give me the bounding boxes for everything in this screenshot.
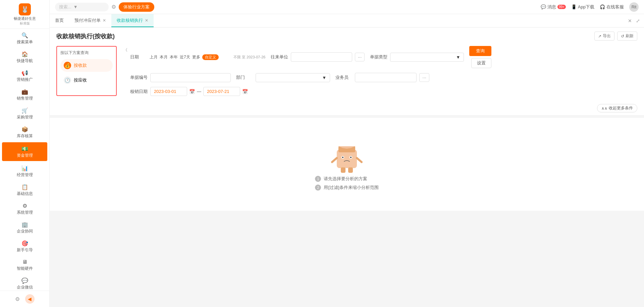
sidebar-item-system[interactable]: ⚙系统管理 (0, 199, 49, 218)
filter-option-receipt[interactable]: 💰 按收款 (60, 59, 113, 72)
query-btn[interactable]: 查询 (469, 46, 491, 56)
user-area[interactable]: Rit (629, 2, 639, 12)
sidebar-item-basic[interactable]: 📋基础信息 (0, 181, 49, 199)
industry-btn[interactable]: 体验行业方案 (119, 2, 154, 12)
date-last-month[interactable]: 上月 (150, 54, 158, 60)
logo-area: 🐰 畅捷通好生意 标准版 (0, 0, 49, 29)
filter-row-3: 核销日期 📅 — 📅 (130, 87, 637, 96)
search-placeholder-text: 搜索... (59, 4, 71, 10)
staff-input[interactable] (355, 73, 417, 82)
writeoff-start-input[interactable] (150, 87, 187, 96)
sidebar-item-label-wechat: 企业微信 (17, 285, 33, 290)
filter-collapse-arrow[interactable]: 《 (123, 46, 130, 96)
tab-writeoff[interactable]: 收款核销执行 ✕ (111, 14, 154, 27)
page-title: 收款核销执行(按收款) (56, 32, 115, 40)
doc-no-input[interactable] (150, 73, 231, 82)
logo-icon: 🐰 (19, 3, 31, 15)
sidebar-item-corp[interactable]: 🏢企业协同 (0, 218, 49, 237)
sidebar-item-quicknav[interactable]: 🏠快捷导航 (0, 48, 49, 66)
counterparty-ellipsis-btn[interactable]: ··· (355, 53, 365, 61)
sidebar-item-label-system: 系统管理 (17, 210, 33, 215)
sidebar-item-purchase[interactable]: 🛒采购管理 (0, 104, 49, 123)
sidebar-item-label-sales: 销售管理 (17, 96, 33, 101)
sidebar-item-label-inventory: 库存核算 (17, 133, 33, 139)
hardware-icon: 🖥 (22, 259, 28, 265)
service-label: 在线客服 (606, 4, 624, 10)
filter-option-receivable[interactable]: 🕐 按应收 (60, 74, 113, 87)
sidebar: 🐰 畅捷通好生意 标准版 🔍搜索菜单🏠快捷导航📢营销推广💼销售管理🛒采购管理📦库… (0, 0, 50, 307)
sidebar-item-label-basic: 基础信息 (17, 191, 33, 197)
collapse-more-btn[interactable]: ∧∧ 收起更多条件 (597, 104, 637, 112)
filter-sidebar-title: 按以下方案查询 (60, 50, 113, 56)
service-btn[interactable]: 🎧 在线客服 (600, 4, 624, 10)
tab-prepay[interactable]: 预付冲应付单 ✕ (69, 14, 111, 27)
brand-edition: 标准版 (20, 21, 30, 26)
empty-hint-1: 1 请先选择要分析的方案 (315, 176, 378, 182)
user-label: Rit (632, 5, 637, 9)
basic-icon: 📋 (21, 184, 28, 190)
settings-icon[interactable]: ⚙ (15, 296, 20, 302)
app-icon: 📱 (571, 4, 577, 9)
date-more[interactable]: 更多 (192, 54, 200, 60)
sidebar-item-inventory[interactable]: 📦库存核算 (0, 123, 49, 142)
writeoff-end-input[interactable] (203, 87, 240, 96)
settings-form-btn[interactable]: 设置 (471, 58, 491, 68)
tab-writeoff-close-icon[interactable]: ✕ (145, 18, 148, 23)
collapse-sidebar-btn[interactable]: ◀ (25, 294, 35, 304)
tab-close-all-icon[interactable]: ✕ (627, 17, 633, 25)
export-btn[interactable]: ↗ 导出 (594, 32, 614, 41)
tab-writeoff-label: 收款核销执行 (117, 17, 143, 23)
sidebar-item-wechat[interactable]: 💬企业微信 (0, 274, 49, 291)
search-area[interactable]: 搜索... ▼ (55, 3, 109, 11)
app-download-btn[interactable]: 📱 App下载 (571, 4, 594, 10)
date-this-year[interactable]: 本年 (170, 54, 178, 60)
date-custom-badge[interactable]: 自定义 (202, 54, 219, 60)
tab-prepay-close-icon[interactable]: ✕ (103, 18, 106, 23)
page-header: 收款核销执行(按收款) ↗ 导出 ↺ 刷新 (50, 28, 644, 41)
date-this-month[interactable]: 本月 (160, 54, 168, 60)
message-btn[interactable]: 💬 消息 99+ (541, 4, 566, 10)
topbar: 搜索... ▼ ⚙ 体验行业方案 💬 消息 99+ 📱 App下载 🎧 在线客服 (50, 0, 644, 14)
empty-state: 1 请先选择要分析的方案 2 用[过滤]条件来缩小分析范围 (50, 118, 644, 211)
dropdown-arrow-icon: ▼ (73, 4, 78, 9)
marketing-icon: 📢 (21, 70, 28, 76)
filter-option-receivable-label: 按应收 (74, 77, 87, 83)
tabbar: 首页 预付冲应付单 ✕ 收款核销执行 ✕ ✕ ⤢ (50, 14, 644, 28)
filter-row-2: 单据编号 部门 ▼ 业务员 ··· (130, 73, 637, 82)
filter-row-1: 日期 上月 本月 本年 近7天 更多 自定义 不限 至 2023-07-26 往… (130, 46, 637, 68)
sidebar-item-search[interactable]: 🔍搜索菜单 (0, 29, 49, 48)
action-buttons: 查询 设置 (469, 46, 491, 68)
doc-type-label: 单据类型 (370, 54, 387, 60)
doc-type-select[interactable]: ▼ (390, 53, 464, 62)
tab-home[interactable]: 首页 (50, 14, 69, 27)
sidebar-item-hardware[interactable]: 🖥智能硬件 (0, 256, 49, 274)
purchase-icon: 🛒 (21, 107, 28, 114)
dept-select[interactable]: ▼ (256, 73, 330, 82)
writeoff-start-cal-icon[interactable]: 📅 (189, 89, 195, 94)
sidebar-item-sales[interactable]: 💼销售管理 (0, 85, 49, 104)
date-7days[interactable]: 近7天 (180, 54, 190, 60)
corp-icon: 🏢 (21, 221, 28, 228)
sidebar-item-label-guide: 新手引导 (17, 247, 33, 253)
writeoff-end-cal-icon[interactable]: 📅 (242, 89, 248, 94)
sidebar-item-marketing[interactable]: 📢营销推广 (0, 66, 49, 85)
sidebar-item-label-marketing: 营销推广 (17, 77, 33, 83)
doc-no-field: 单据编号 (130, 73, 231, 82)
app-label: App下载 (578, 4, 594, 10)
staff-label: 业务员 (335, 74, 352, 81)
refresh-btn[interactable]: ↺ 刷新 (617, 32, 637, 41)
sidebar-bottom: ⚙ ◀ (0, 291, 49, 307)
tab-expand-icon[interactable]: ⤢ (635, 17, 641, 25)
staff-ellipsis-btn[interactable]: ··· (419, 73, 429, 82)
counterparty-input[interactable] (291, 52, 352, 62)
topbar-gear-icon[interactable]: ⚙ (111, 4, 116, 10)
system-icon: ⚙ (22, 203, 27, 209)
date-note: 不限 至 2023-07-26 (233, 55, 265, 60)
sidebar-item-finance[interactable]: 💵资金管理 (2, 142, 47, 161)
operations-icon: 📊 (21, 165, 28, 171)
dept-arrow-icon: ▼ (322, 75, 326, 80)
sidebar-item-guide[interactable]: 🎯新手引导 (0, 237, 49, 256)
filter-option-receivable-icon: 🕐 (64, 76, 71, 84)
sales-icon: 💼 (21, 89, 28, 95)
sidebar-item-operations[interactable]: 📊经营管理 (0, 162, 49, 181)
